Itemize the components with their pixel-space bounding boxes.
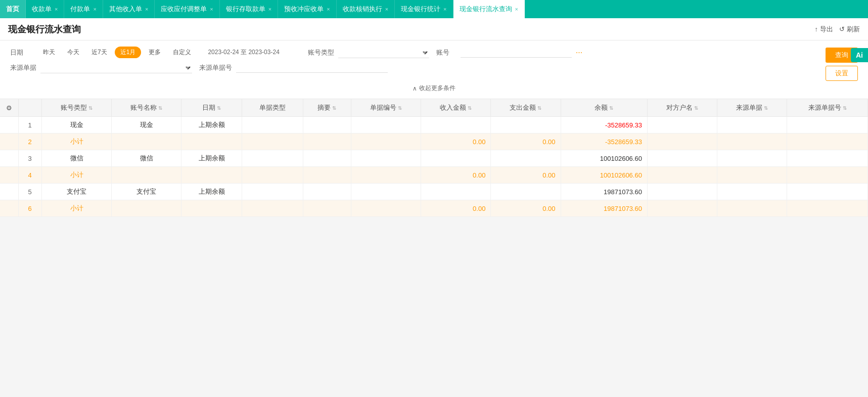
row-account-type: 支付宝 [41, 184, 111, 200]
chevron-up-icon: ∧ [413, 85, 417, 92]
nav-bank-stat[interactable]: 现金银行统计 × [395, 0, 453, 18]
row-expense: 0.00 [491, 134, 561, 150]
row-account-name [112, 134, 181, 150]
source-doc-no-input[interactable] [236, 63, 388, 73]
account-no-dots-icon[interactable]: ··· [576, 48, 582, 57]
close-bank-flow-icon[interactable]: × [515, 6, 518, 12]
date-btn-custom[interactable]: 自定义 [168, 47, 196, 58]
source-doc-label: 来源单据 [10, 63, 36, 72]
th-income[interactable]: 收入金额⇅ [421, 99, 491, 117]
row-source-doc-no [787, 200, 868, 217]
th-account-type[interactable]: 账号类型⇅ [41, 99, 111, 117]
row-source-doc-no [787, 117, 868, 134]
date-range-display: 2023-02-24 至 2023-03-24 [208, 48, 279, 57]
flow-table: ⚙ 账号类型⇅ 账号名称⇅ 日期⇅ 单据类型 摘要⇅ 单据编号⇅ [0, 99, 868, 217]
date-options: 昨天 今天 近7天 近1月 更多 自定义 [38, 47, 196, 58]
sort-counterpart-icon: ⇅ [694, 105, 698, 111]
nav-ar-adjust[interactable]: 应收应付调整单 × [155, 0, 219, 18]
row-doc-no [351, 134, 421, 150]
close-other-income-icon[interactable]: × [145, 6, 148, 12]
row-source-doc-no [787, 134, 868, 150]
close-payment-icon[interactable]: × [93, 6, 96, 12]
nav-writeoff[interactable]: 收款核销执行 × [337, 0, 395, 18]
settings-button[interactable]: 设置 [826, 66, 858, 81]
export-button[interactable]: ↑ 导出 [815, 25, 834, 34]
row-gear [0, 117, 18, 134]
date-btn-1month[interactable]: 近1月 [115, 47, 142, 58]
row-summary [303, 134, 351, 150]
th-doc-no[interactable]: 单据编号⇅ [351, 99, 421, 117]
sort-income-icon: ⇅ [468, 105, 472, 111]
row-doc-no [351, 167, 421, 184]
source-doc-select[interactable] [40, 62, 192, 73]
close-receipt-icon[interactable]: × [55, 6, 58, 12]
row-source-doc [717, 134, 787, 150]
row-summary [303, 184, 351, 200]
row-seq: 5 [18, 184, 41, 200]
account-type-select[interactable] [338, 47, 429, 58]
row-balance: 100102606.60 [561, 167, 647, 184]
nav-payment[interactable]: 付款单 × [64, 0, 103, 18]
nav-prepay[interactable]: 预收冲应收单 × [278, 0, 336, 18]
row-gear [0, 167, 18, 184]
refresh-icon: ↺ [839, 25, 845, 33]
row-date: 上期余额 [181, 184, 242, 200]
row-seq: 3 [18, 150, 41, 167]
date-btn-today[interactable]: 今天 [63, 47, 84, 58]
filter-row-2: 来源单据 ▾ 来源单据号 [10, 62, 815, 73]
row-counterpart [647, 167, 717, 184]
nav-other-income[interactable]: 其他收入单 × [103, 0, 155, 18]
th-balance[interactable]: 余额⇅ [561, 99, 647, 117]
th-seq [18, 99, 41, 117]
nav-home[interactable]: 首页 [0, 0, 26, 18]
row-doc-type [242, 167, 303, 184]
date-btn-yesterday[interactable]: 昨天 [38, 47, 60, 58]
gear-icon[interactable]: ⚙ [6, 104, 12, 112]
row-expense: 0.00 [491, 200, 561, 217]
th-source-doc-no[interactable]: 来源单据号⇅ [787, 99, 868, 117]
date-btn-7days[interactable]: 近7天 [87, 47, 112, 58]
refresh-button[interactable]: ↺ 刷新 [839, 25, 860, 34]
account-type-field: 账号类型 ▾ [308, 47, 426, 58]
account-no-input[interactable] [461, 48, 572, 58]
th-summary[interactable]: 摘要⇅ [303, 99, 351, 117]
row-summary [303, 150, 351, 167]
row-seq: 6 [18, 200, 41, 217]
row-income: 0.00 [421, 134, 491, 150]
close-prepay-icon[interactable]: × [327, 6, 330, 12]
row-doc-type [242, 184, 303, 200]
close-bank-deposit-icon[interactable]: × [268, 6, 271, 12]
close-ar-adjust-icon[interactable]: × [210, 6, 213, 12]
ai-badge[interactable]: Ai [851, 48, 868, 62]
account-no-field: 账号 ··· [436, 48, 582, 58]
row-summary [303, 117, 351, 134]
row-balance: 19871073.60 [561, 184, 647, 200]
th-account-name[interactable]: 账号名称⇅ [112, 99, 181, 117]
row-balance: 19871073.60 [561, 200, 647, 217]
close-writeoff-icon[interactable]: × [385, 6, 388, 12]
close-bank-stat-icon[interactable]: × [443, 6, 446, 12]
top-navigation: 首页 收款单 × 付款单 × 其他收入单 × 应收应付调整单 × 银行存取款单 … [0, 0, 868, 18]
row-expense [491, 184, 561, 200]
filter-row-1: 日期 昨天 今天 近7天 近1月 更多 自定义 2023-02-24 至 202… [10, 47, 815, 58]
sort-balance-icon: ⇅ [609, 105, 613, 111]
table-row: 4 小计 0.00 0.00 100102606.60 [0, 167, 868, 184]
collapse-filter-button[interactable]: ∧ 收起更多条件 [10, 84, 858, 93]
source-doc-field: 来源单据 ▾ [10, 62, 189, 73]
row-expense: 0.00 [491, 167, 561, 184]
row-balance: -3528659.33 [561, 117, 647, 134]
nav-bank-flow[interactable]: 现金银行流水查询 × [453, 0, 525, 18]
row-income: 0.00 [421, 167, 491, 184]
th-counterpart[interactable]: 对方户名⇅ [647, 99, 717, 117]
nav-bank-deposit[interactable]: 银行存取款单 × [220, 0, 278, 18]
date-btn-more[interactable]: 更多 [144, 47, 165, 58]
th-date[interactable]: 日期⇅ [181, 99, 242, 117]
table-row: 6 小计 0.00 0.00 19871073.60 [0, 200, 868, 217]
row-date [181, 134, 242, 150]
nav-receipt[interactable]: 收款单 × [26, 0, 64, 18]
row-date: 上期余额 [181, 150, 242, 167]
sort-account-name-icon: ⇅ [158, 105, 162, 111]
row-account-type: 小计 [41, 200, 111, 217]
th-expense[interactable]: 支出金额⇅ [491, 99, 561, 117]
th-source-doc[interactable]: 来源单据⇅ [717, 99, 787, 117]
